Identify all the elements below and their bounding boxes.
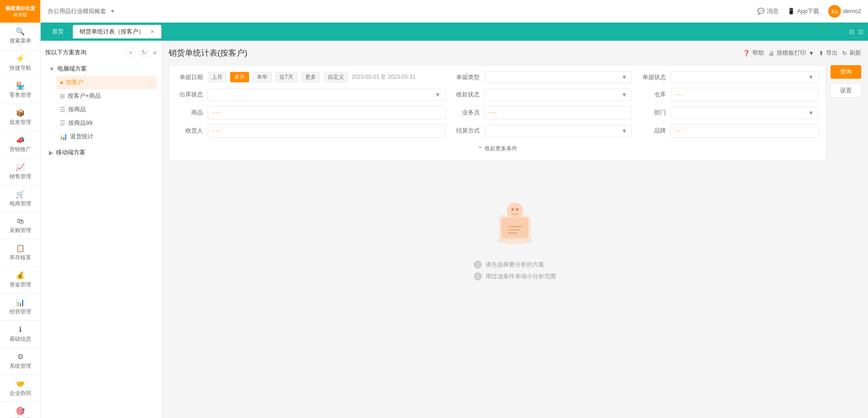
- logo[interactable]: 畅捷通好生意 标准版: [0, 0, 40, 23]
- sidebar-item-新手引导[interactable]: 🎯新手引导: [0, 402, 40, 418]
- brand-select[interactable]: ···: [670, 124, 819, 138]
- tree-item-label: 按商品: [68, 105, 86, 114]
- date-range: 2023-03-01 至 2023-03-31: [352, 73, 415, 81]
- topbar-dropdown-icon[interactable]: ▼: [110, 8, 115, 14]
- warehouse-col: 仓库 ···: [639, 88, 819, 101]
- template-print-btn[interactable]: 🖨 按模板打印 ▼: [769, 49, 814, 57]
- tree-item-by-goods99[interactable]: ☰ 按商品99: [56, 116, 157, 130]
- export-btn[interactable]: ⬆ 导出: [819, 49, 838, 57]
- settings-btn[interactable]: 设置: [830, 83, 861, 98]
- user-menu[interactable]: Ea demo2: [828, 5, 861, 18]
- sidebar-item-快捷导航[interactable]: ⚡快捷导航: [0, 50, 40, 77]
- date-col: 单据日期 上月 本月 本年 近7天 更多 自定义 2023-03-01 至 20…: [176, 72, 446, 82]
- tab-home-label: 首页: [52, 28, 64, 36]
- tree-expand-icon: ▼: [49, 66, 55, 72]
- help-icon: ❓: [743, 50, 750, 57]
- tree-item-label: 按客户: [66, 78, 84, 86]
- goods-label: 商品: [176, 109, 203, 117]
- collapse-more-btn[interactable]: ⌃ 收起更多条件: [176, 142, 819, 155]
- minimize-icon[interactable]: ⊟: [849, 28, 854, 35]
- receiver-select[interactable]: ···: [208, 124, 446, 138]
- sidebar-icon: 📈: [2, 163, 38, 171]
- tab-sales-stats-label: 销货单统计表（按客户）: [80, 28, 144, 36]
- list-icon: ☰: [60, 106, 66, 113]
- tab-close-icon[interactable]: ✕: [150, 28, 155, 35]
- this-month-btn[interactable]: 本月: [230, 72, 249, 82]
- settlement-select[interactable]: ▼: [484, 125, 632, 137]
- sidebar-item-电商管理[interactable]: 🛒电商管理: [0, 185, 40, 213]
- refresh-icon: ↻: [842, 50, 847, 57]
- bill-type-label: 单据类型: [453, 73, 480, 81]
- app-icon: 📱: [788, 8, 795, 14]
- sidebar-label: 电商管理: [9, 200, 31, 207]
- settlement-col: 结算方式 ▼: [453, 125, 632, 137]
- goods-select[interactable]: ···: [208, 106, 446, 119]
- sidebar-icon: ℹ: [2, 325, 38, 334]
- tree-collapsed-icon: ▶: [49, 149, 53, 156]
- topbar-left: 办公用品行业模拟账套 ▼: [47, 7, 115, 15]
- date-label: 单据日期: [176, 73, 203, 81]
- sidebar-icon: 🎯: [2, 407, 38, 415]
- salesperson-col: 业务员 ···: [453, 106, 632, 119]
- tree-item-by-customer-goods[interactable]: ⊞ 按客户+商品: [56, 89, 157, 103]
- sidebar-icon: 📦: [2, 109, 38, 117]
- tab-sales-stats[interactable]: 销货单统计表（按客户） ✕: [73, 25, 161, 38]
- help-btn[interactable]: ❓ 帮助: [743, 49, 764, 57]
- salesperson-select[interactable]: ···: [484, 106, 632, 119]
- sidebar-item-零售管理[interactable]: 🏪零售管理: [0, 77, 40, 104]
- tab-home[interactable]: 首页: [45, 25, 71, 38]
- sidebar-label: 批发管理: [9, 119, 31, 125]
- last-month-btn[interactable]: 上月: [208, 72, 226, 82]
- maximize-icon[interactable]: ⊡: [858, 28, 863, 35]
- dept-dropdown-icon: ▼: [808, 109, 814, 116]
- grid-icon: ⊞: [60, 92, 65, 100]
- collapse-panel-icon[interactable]: «: [153, 48, 157, 57]
- sidebar-item-企业协同[interactable]: 🤝企业协同: [0, 375, 40, 402]
- sidebar-item-库存核算[interactable]: 📋库存核算: [0, 239, 40, 266]
- sidebar-item-系统管理[interactable]: ⚙系统管理: [0, 348, 40, 375]
- template-print-label: 按模板打印: [777, 49, 806, 57]
- bill-type-select[interactable]: ▼: [484, 71, 632, 83]
- empty-tip-1: 1 请先选择要分析的方案: [474, 261, 556, 269]
- dept-label: 部门: [639, 109, 666, 117]
- bill-status-select[interactable]: ▼: [670, 71, 819, 83]
- tree-item-by-customer[interactable]: ● 按客户: [56, 76, 157, 89]
- out-status-dropdown-icon: ▼: [435, 91, 441, 98]
- last-7days-btn[interactable]: 近7天: [275, 72, 297, 82]
- more-btn[interactable]: 更多: [301, 72, 320, 82]
- sidebar-item-销售管理[interactable]: 📈销售管理: [0, 158, 40, 185]
- username: demo2: [843, 8, 861, 14]
- warehouse-select[interactable]: ···: [670, 88, 819, 101]
- tree-mobile-section[interactable]: ▶ 移动端方案: [45, 146, 157, 159]
- sidebar-item-经营管理[interactable]: 📊经营管理: [0, 294, 40, 321]
- sidebar-item-营销推广[interactable]: 📣营销推广: [0, 131, 40, 158]
- receipt-status-select[interactable]: ▼: [484, 89, 632, 101]
- empty-icon: [488, 197, 542, 252]
- custom-btn[interactable]: 自定义: [324, 72, 348, 82]
- left-panel: 按以下方案查询 + ↻ « ▼ 电脑端方案 ● 按客户: [41, 41, 162, 418]
- sidebar-label: 资金管理: [9, 281, 31, 288]
- this-year-btn[interactable]: 本年: [253, 72, 272, 82]
- sidebar-item-资金管理[interactable]: 💰资金管理: [0, 266, 40, 294]
- dept-select[interactable]: ▼: [670, 107, 819, 119]
- bill-type-col: 单据类型 ▼: [453, 71, 632, 83]
- active-dot-icon: ●: [60, 79, 63, 86]
- query-btn[interactable]: 查询: [830, 65, 861, 79]
- out-status-select[interactable]: ▼: [208, 89, 446, 101]
- bill-type-dropdown-icon: ▼: [621, 74, 627, 81]
- tree-item-by-goods[interactable]: ☰ 按商品: [56, 103, 157, 116]
- tree-pc-section[interactable]: ▼ 电脑端方案: [45, 62, 157, 76]
- tree-item-return-stats[interactable]: 📊 退货统计: [56, 130, 157, 143]
- message-btn[interactable]: 💬 消息: [757, 7, 778, 15]
- app-download-btn[interactable]: 📱 App下载: [788, 7, 819, 15]
- sidebar-item-采购管理[interactable]: 🛍采购管理: [0, 213, 40, 239]
- bar-icon: 📊: [60, 133, 67, 140]
- add-scheme-btn[interactable]: +: [126, 48, 136, 57]
- logo-sub: 标准版: [14, 12, 27, 18]
- sidebar-item-搜索菜单[interactable]: 🔍搜索菜单: [0, 23, 40, 50]
- refresh-scheme-btn[interactable]: ↻: [139, 48, 149, 57]
- sidebar-label: 销售管理: [9, 173, 31, 180]
- sidebar-item-基础信息[interactable]: ℹ基础信息: [0, 321, 40, 348]
- refresh-btn[interactable]: ↻ 刷新: [842, 49, 861, 57]
- sidebar-item-批发管理[interactable]: 📦批发管理: [0, 104, 40, 131]
